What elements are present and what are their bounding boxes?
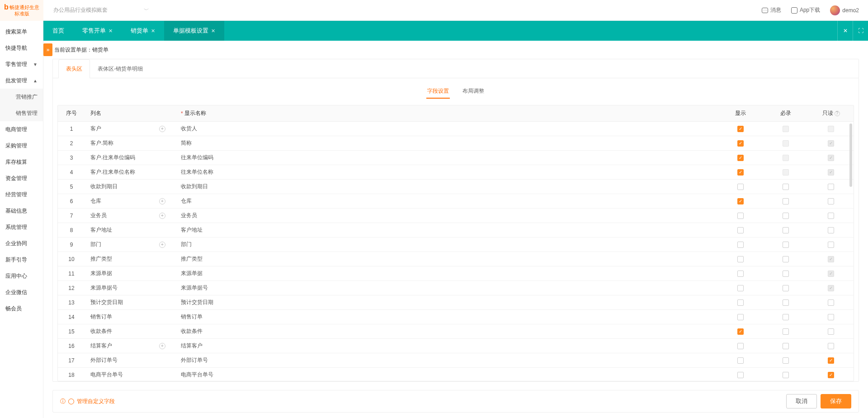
checkbox[interactable] <box>783 256 789 262</box>
cell-display[interactable]: 来源单据 <box>175 266 718 280</box>
cell-display[interactable]: 预计交货日期 <box>175 295 718 309</box>
checkbox[interactable] <box>737 328 744 335</box>
checkbox[interactable] <box>783 285 789 291</box>
close-all-tabs-button[interactable]: ✕ <box>837 21 853 41</box>
sidebar-item[interactable]: 企业微信 <box>0 284 43 300</box>
cell-display[interactable]: 收款到期日 <box>175 180 718 194</box>
plus-icon[interactable]: + <box>159 213 165 219</box>
cell-display[interactable]: 收货人 <box>175 122 718 136</box>
checkbox[interactable] <box>828 184 834 190</box>
cell-display[interactable]: 仓库 <box>175 194 718 208</box>
checkbox[interactable] <box>737 242 744 248</box>
checkbox[interactable] <box>737 213 744 219</box>
cell-display[interactable]: 往来单位名称 <box>175 165 718 179</box>
checkbox[interactable] <box>737 343 744 349</box>
checkbox[interactable] <box>828 357 834 364</box>
plus-icon[interactable]: + <box>159 198 165 204</box>
sidebar-item[interactable]: 经营管理 <box>0 186 43 203</box>
checkbox[interactable] <box>783 198 789 204</box>
checkbox[interactable] <box>783 343 789 349</box>
fullscreen-button[interactable]: ⛶ <box>853 21 868 41</box>
panel-tab[interactable]: 表体区-销货单明细 <box>90 59 151 78</box>
checkbox[interactable] <box>737 155 744 161</box>
cell-display[interactable]: 往来单位编码 <box>175 151 718 165</box>
app-download-button[interactable]: App下载 <box>791 6 820 14</box>
manage-custom-fields-link[interactable]: ⓘ 管理自定义字段 <box>60 398 115 405</box>
checkbox[interactable] <box>737 227 744 233</box>
checkbox[interactable] <box>737 285 744 291</box>
cell-display[interactable]: 收款条件 <box>175 324 718 338</box>
cell-display[interactable]: 外部订单号 <box>175 353 718 367</box>
org-dropdown[interactable]: 办公用品行业模拟账套 ﹀ <box>53 6 149 14</box>
sidebar-item[interactable]: 资金管理 <box>0 170 43 186</box>
plus-icon[interactable]: + <box>159 242 165 248</box>
sidebar-item[interactable]: 快捷导航 <box>0 40 43 56</box>
checkbox[interactable] <box>783 299 789 306</box>
sidebar-item[interactable]: 电商管理 <box>0 121 43 138</box>
sub-tab[interactable]: 布局调整 <box>462 85 485 99</box>
sidebar-item[interactable]: 零售管理▼ <box>0 56 43 72</box>
checkbox[interactable] <box>828 343 834 349</box>
checkbox[interactable] <box>828 198 834 204</box>
sidebar-subitem[interactable]: 营销推广 <box>0 89 43 105</box>
checkbox[interactable] <box>737 299 744 306</box>
checkbox[interactable] <box>737 256 744 262</box>
checkbox[interactable] <box>783 314 789 320</box>
checkbox[interactable] <box>737 271 744 277</box>
tab[interactable]: 首页 <box>43 21 73 41</box>
cell-display[interactable]: 结算客户 <box>175 339 718 353</box>
cancel-button[interactable]: 取消 <box>786 394 817 408</box>
checkbox[interactable] <box>737 184 744 190</box>
checkbox[interactable] <box>737 198 744 204</box>
checkbox[interactable] <box>737 126 744 132</box>
checkbox[interactable] <box>783 271 789 277</box>
close-icon[interactable]: ✕ <box>108 28 113 34</box>
tab[interactable]: 零售开单✕ <box>73 21 122 41</box>
close-icon[interactable]: ✕ <box>211 28 215 34</box>
sidebar-item[interactable]: 系统管理 <box>0 219 43 235</box>
tab[interactable]: 销货单✕ <box>122 21 164 41</box>
plus-icon[interactable]: + <box>159 126 165 132</box>
panel-tab[interactable]: 表头区 <box>58 59 90 78</box>
cell-display[interactable]: 简称 <box>175 136 718 150</box>
checkbox[interactable] <box>737 140 744 147</box>
checkbox[interactable] <box>783 372 789 378</box>
tab[interactable]: 单据模板设置✕ <box>164 21 224 41</box>
checkbox[interactable] <box>783 227 789 233</box>
save-button[interactable]: 保存 <box>821 394 851 408</box>
scrollbar-thumb[interactable] <box>849 124 852 187</box>
checkbox[interactable] <box>828 328 834 335</box>
cell-display[interactable]: 客户地址 <box>175 223 718 237</box>
help-icon[interactable]: ? <box>835 111 840 116</box>
sidebar-item[interactable]: 搜索菜单 <box>0 24 43 40</box>
checkbox[interactable] <box>828 242 834 248</box>
sidebar-item[interactable]: 批发管理▲ <box>0 72 43 89</box>
sidebar-item[interactable]: 新手引导 <box>0 252 43 268</box>
sidebar-item[interactable]: 应用中心 <box>0 268 43 284</box>
messages-button[interactable]: 消息 <box>762 6 781 14</box>
checkbox[interactable] <box>783 328 789 335</box>
user-menu[interactable]: demo2 <box>830 5 859 15</box>
checkbox[interactable] <box>737 372 744 378</box>
scrollbar-track[interactable] <box>849 124 852 379</box>
checkbox[interactable] <box>828 314 834 320</box>
checkbox[interactable] <box>737 357 744 364</box>
checkbox[interactable] <box>737 169 744 176</box>
checkbox[interactable] <box>783 242 789 248</box>
plus-icon[interactable]: + <box>159 343 165 349</box>
cell-display[interactable]: 推广类型 <box>175 252 718 266</box>
cell-display[interactable]: 来源单据号 <box>175 281 718 295</box>
sidebar-item[interactable]: 畅会员 <box>0 300 43 317</box>
sidebar-item[interactable]: 采购管理 <box>0 138 43 154</box>
checkbox[interactable] <box>828 299 834 306</box>
cell-display[interactable]: 销售订单 <box>175 310 718 324</box>
checkbox[interactable] <box>737 314 744 320</box>
checkbox[interactable] <box>828 372 834 378</box>
sidebar-item[interactable]: 库存核算 <box>0 154 43 170</box>
checkbox[interactable] <box>828 227 834 233</box>
checkbox[interactable] <box>783 184 789 190</box>
checkbox[interactable] <box>783 213 789 219</box>
cell-display[interactable]: 部门 <box>175 238 718 252</box>
sub-tab[interactable]: 字段设置 <box>426 85 450 99</box>
checkbox[interactable] <box>828 213 834 219</box>
